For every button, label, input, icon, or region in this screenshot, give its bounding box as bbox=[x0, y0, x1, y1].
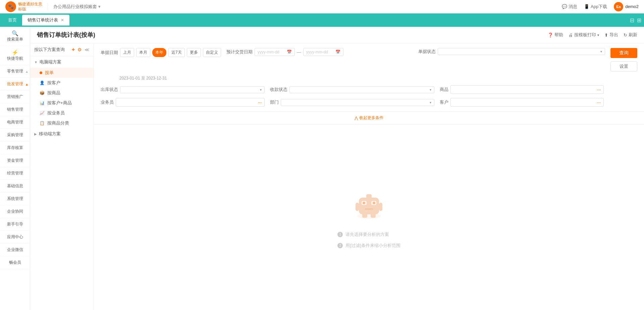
date-btn-this-month[interactable]: 本月 bbox=[136, 48, 150, 57]
refresh-btn[interactable]: ↻ 刷新 bbox=[624, 32, 637, 38]
tab-sales-label: 销售订单统计表 bbox=[28, 17, 58, 23]
scheme-panel-actions: + ⚙ ≪ bbox=[72, 47, 90, 53]
scheme-group-mobile-header[interactable]: ▶ 移动端方案 bbox=[30, 128, 94, 140]
scheme-active-dot bbox=[40, 71, 42, 74]
order-date-label: 单据日期 bbox=[101, 50, 118, 56]
sidebar-item-basic-info[interactable]: 基础信息 bbox=[0, 180, 30, 193]
sidebar-item-quick-nav[interactable]: ⚡ 快捷导航 bbox=[0, 46, 30, 65]
sidebar-item-member[interactable]: 畅会员 bbox=[0, 256, 30, 269]
message-label: 消息 bbox=[569, 4, 577, 10]
goods-select[interactable]: ··· bbox=[450, 85, 604, 94]
tab-home[interactable]: 首页 bbox=[3, 15, 22, 25]
export-label: 导出 bbox=[609, 32, 618, 38]
sidebar-item-app-center[interactable]: 应用中心 bbox=[0, 231, 30, 244]
export-btn[interactable]: ⬆ 导出 bbox=[604, 32, 618, 38]
scheme-group-pc: ▼ 电脑端方案 按单 👤 按客户 📦 按商 bbox=[30, 56, 94, 128]
customer-ellipsis[interactable]: ··· bbox=[597, 100, 601, 105]
department-arrow: ▾ bbox=[430, 101, 431, 104]
salesperson-ellipsis[interactable]: ··· bbox=[258, 100, 262, 105]
help-btn[interactable]: ❓ 帮助 bbox=[548, 32, 563, 38]
scheme-settings-btn[interactable]: ⚙ bbox=[77, 47, 82, 52]
sidebar-item-enterprise-wechat[interactable]: 企业微信 bbox=[0, 244, 30, 256]
tab-sales-order-stats[interactable]: 销售订单统计表 ✕ bbox=[22, 15, 69, 25]
date-btn-more[interactable]: 更多 bbox=[187, 48, 201, 57]
sidebar-item-ops-mgmt[interactable]: 经营管理 bbox=[0, 167, 30, 180]
sidebar-item-enterprise-collab[interactable]: 企业协同 bbox=[0, 205, 30, 218]
salesperson-group: 业务员 ··· bbox=[101, 98, 265, 107]
right-section: 单据日期 上月 本月 本年 近7天 更多 自定义 预计交货日期 bbox=[94, 43, 644, 310]
sidebar-item-purchase-mgmt[interactable]: 采购管理 bbox=[0, 129, 30, 142]
scheme-item-by-product[interactable]: 📦 按商品 bbox=[30, 88, 94, 98]
sidebar-item-search-menu[interactable]: 🔍 搜索菜单 bbox=[0, 27, 30, 46]
help-label: 帮助 bbox=[554, 32, 563, 38]
scheme-item-by-product-category[interactable]: 📋 按商品分类 bbox=[30, 118, 94, 128]
sidebar-item-sys-mgmt[interactable]: 系统管理 bbox=[0, 193, 30, 205]
message-action[interactable]: 💬 消息 bbox=[562, 4, 577, 10]
divider bbox=[48, 3, 48, 10]
tip-num-1: 1 bbox=[337, 232, 343, 237]
wholesale-mgmt-arrow: ▲ bbox=[25, 82, 29, 86]
expected-date-start[interactable]: yyyy-mm-dd 📅 bbox=[255, 48, 295, 56]
department-select[interactable]: ▾ bbox=[281, 99, 434, 106]
sidebar-item-inventory[interactable]: 库存核算 bbox=[0, 142, 30, 154]
scheme-item-by-salesperson-label: 按业务员 bbox=[47, 110, 65, 116]
tab-minimize-icon[interactable]: ⊟ bbox=[630, 17, 634, 23]
scheme-item-by-customer[interactable]: 👤 按客户 bbox=[30, 78, 94, 88]
expected-date-end[interactable]: yyyy-mm-dd 📅 bbox=[303, 48, 343, 56]
sidebar-item-finance-mgmt[interactable]: 资金管理 bbox=[0, 154, 30, 167]
app-download-label: App下载 bbox=[591, 4, 607, 10]
template-print-arrow: ▾ bbox=[597, 33, 599, 37]
refresh-icon: ↻ bbox=[624, 33, 627, 38]
sidebar-item-retail-mgmt[interactable]: 零售管理 ▲ bbox=[0, 65, 30, 78]
expected-date-group: 预计交货日期 yyyy-mm-dd 📅 — yyyy-mm-dd 📅 bbox=[226, 48, 413, 56]
title-dropdown-icon[interactable]: ▾ bbox=[98, 4, 101, 9]
export-icon: ⬆ bbox=[604, 33, 608, 38]
sidebar-item-sales-mgmt[interactable]: 销售管理 bbox=[0, 103, 30, 116]
goods-ellipsis[interactable]: ··· bbox=[597, 87, 601, 92]
template-print-btn[interactable]: 🖨 按模板打印 ▾ bbox=[569, 32, 599, 38]
tab-maximize-icon[interactable]: ⊞ bbox=[637, 17, 641, 23]
scheme-panel-title: 按以下方案查询 bbox=[34, 47, 65, 53]
sidebar-item-marketing[interactable]: 营销推广 bbox=[0, 91, 30, 103]
sidebar-item-ecom-mgmt[interactable]: 电商管理 bbox=[0, 116, 30, 129]
printer-icon: 🖨 bbox=[569, 33, 573, 38]
payment-status-select[interactable]: ▾ bbox=[289, 86, 434, 93]
collapse-btn[interactable]: ⋀ 收起更多条件 bbox=[94, 112, 644, 124]
customer-group: 客户 ··· bbox=[440, 98, 604, 107]
salesperson-select[interactable]: ··· bbox=[116, 98, 265, 107]
order-status-select[interactable]: ▾ bbox=[438, 48, 605, 55]
tab-home-label: 首页 bbox=[8, 17, 17, 23]
app-download-action[interactable]: 📱 App下载 bbox=[584, 4, 607, 10]
scheme-group-pc-header[interactable]: ▼ 电脑端方案 bbox=[30, 56, 94, 68]
action-btns: 查询 设置 bbox=[610, 48, 637, 71]
ship-status-select[interactable]: ▾ bbox=[120, 86, 265, 93]
svg-rect-7 bbox=[366, 194, 372, 198]
customer-label: 客户 bbox=[440, 99, 448, 105]
scheme-item-by-customer-product[interactable]: 📊 按客户+商品 bbox=[30, 98, 94, 108]
scheme-item-by-order[interactable]: 按单 bbox=[30, 68, 94, 78]
date-range-display: 2023-01-01 至 2023-12-31 bbox=[119, 75, 637, 81]
date-btn-last-7-days[interactable]: 近7天 bbox=[168, 48, 185, 57]
sidebar-item-wholesale-mgmt[interactable]: 批发管理 ▲ bbox=[0, 78, 30, 91]
expected-date-label: 预计交货日期 bbox=[226, 49, 253, 55]
query-button[interactable]: 查询 bbox=[610, 48, 637, 58]
scheme-group-pc-arrow: ▼ bbox=[34, 60, 38, 64]
avatar-text: Ea bbox=[616, 5, 621, 9]
user-area[interactable]: Ea demo2 bbox=[614, 2, 639, 11]
settings-button[interactable]: 设置 bbox=[610, 61, 637, 71]
scheme-add-btn[interactable]: + bbox=[72, 47, 75, 53]
customer-select[interactable]: ··· bbox=[450, 98, 604, 107]
date-btn-custom[interactable]: 自定义 bbox=[203, 48, 221, 57]
scheme-item-by-salesperson[interactable]: 📈 按业务员 bbox=[30, 108, 94, 118]
product-icon: 📦 bbox=[40, 91, 45, 95]
page-header: 销售订单统计表(按单) ❓ 帮助 🖨 按模板打印 ▾ ⬆ 导出 bbox=[30, 27, 644, 43]
scheme-group-mobile-arrow: ▶ bbox=[34, 132, 37, 136]
scheme-collapse-btn[interactable]: ≪ bbox=[85, 47, 90, 52]
date-btn-last-month[interactable]: 上月 bbox=[120, 48, 134, 57]
tab-close-icon[interactable]: ✕ bbox=[61, 18, 64, 22]
sidebar-item-new-guide[interactable]: 新手引导 bbox=[0, 218, 30, 231]
date-btn-this-year[interactable]: 本年 bbox=[152, 48, 166, 57]
logo-subtitle: 标版 bbox=[18, 7, 42, 11]
message-icon: 💬 bbox=[562, 4, 567, 9]
goods-label: 商品 bbox=[440, 87, 448, 93]
